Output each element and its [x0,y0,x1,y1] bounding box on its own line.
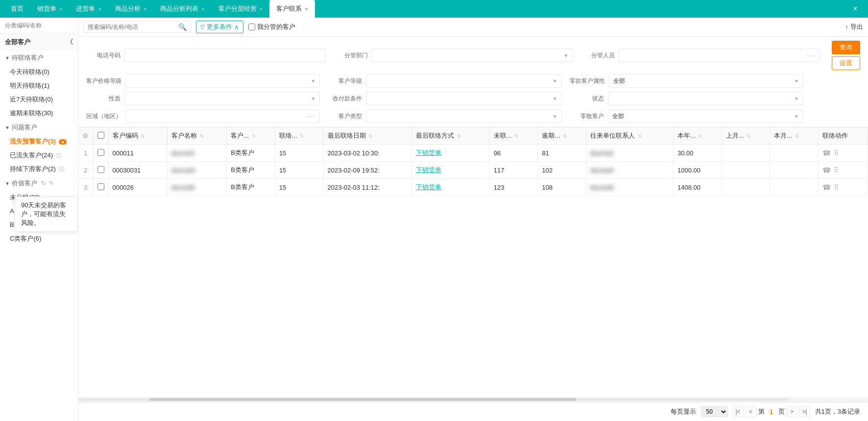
last-page-button[interactable]: >| [799,406,810,417]
row-checkbox[interactable] [97,183,104,190]
tab-home[interactable]: 首页 [4,0,30,18]
select-all-checkbox[interactable] [97,132,104,139]
person-label: 分管人员 [580,51,615,60]
overdue-col-header[interactable]: 逾期... ⇅ [538,127,586,145]
settings-button[interactable]: 设置 [832,56,860,70]
price-level-select[interactable]: ▼ [125,74,320,88]
last-method-link[interactable]: 下销货单 [416,149,441,156]
status-select[interactable]: ▼ [608,92,803,105]
type-sort-icon: ⇅ [252,133,256,139]
refresh-icon[interactable]: ↻ [41,180,46,187]
customer-level-field: 客户等级 ▼ [328,74,561,88]
contact-action-icon[interactable]: ☎ [822,166,831,174]
settings-col-header[interactable]: ⚙ [78,127,93,145]
last-date-col-header[interactable]: 最后联络日期 ⇅ [323,127,411,145]
value-customers-section[interactable]: ▼ 价值客户 ↻ ✎ [0,176,78,191]
row-checkbox[interactable] [97,149,104,156]
row-last-date: 2023-02-09 19:52: [323,162,411,179]
name-col-header[interactable]: 客户名称 ⇅ [168,127,227,145]
row-this-month [770,179,819,196]
row-last-month [722,145,770,162]
more-action-icon[interactable]: ⠿ [834,183,839,191]
gender-select[interactable]: ▼ [124,92,320,105]
row-last-month [722,179,770,196]
class-c-item[interactable]: C类客户(6) [0,232,78,246]
tab-product-list[interactable]: 商品分析列表 × [153,0,211,18]
export-button[interactable]: ↑ 导出 [845,23,864,31]
lost-predicted-item[interactable]: 流失预警客户(3) ● [0,135,78,149]
column-settings-icon[interactable]: ⚙ [82,132,89,140]
row-contact-count: 15 [275,162,323,179]
search-submit-icon[interactable]: 🔍 [178,23,187,31]
close-sales-tab-icon[interactable]: × [59,6,62,12]
prev-page-button[interactable]: < [746,406,756,417]
already-lost-item[interactable]: 已流失客户(24) ⓘ [0,149,78,162]
this-year-col-header[interactable]: 本年... ⇅ [674,127,722,145]
declining-item[interactable]: 持续下滑客户(2) ⓘ [0,162,78,176]
contact-action-icon[interactable]: ☎ [822,149,831,157]
page-navigation: |< < 第 1 页 > >| [733,406,810,417]
overdue-contact-item[interactable]: 逾期未联络(30) [0,106,78,120]
sidebar-search-input[interactable] [5,22,78,29]
my-customers-checkbox[interactable] [248,24,255,30]
customer-type-select[interactable]: ▼ [366,109,561,123]
tab-product-analysis[interactable]: 商品分析 × [108,0,153,18]
at-risk-arrow: ▼ [5,125,10,130]
type-col-header[interactable]: 客户... ⇅ [227,127,275,145]
row-last-method: 下销货单 [411,145,489,162]
at-risk-section[interactable]: ▼ 问题客户 [0,120,78,135]
page-size-select[interactable]: 50 100 200 [701,406,728,417]
last-method-link[interactable]: 下销货单 [416,183,441,191]
more-action-icon[interactable]: ⠿ [834,166,839,174]
close-product-list-tab-icon[interactable]: × [201,6,204,12]
edit-icon[interactable]: ✎ [49,180,54,187]
contact-count-col-header[interactable]: 联络... ⇅ [275,127,323,145]
last-method-link[interactable]: 下销货单 [416,166,441,173]
close-product-analysis-tab-icon[interactable]: × [144,6,146,12]
tab-sales[interactable]: 销货单 × [30,0,69,18]
unit-contact-col-header[interactable]: 往来单位联系人 ⇅ [586,127,674,145]
filter-button[interactable]: ▽ 更多条件 ∧ [196,21,243,33]
last-month-col-header[interactable]: 上月... ⇅ [722,127,770,145]
horizontal-scrollbar[interactable] [78,397,868,402]
tab-customer-contact[interactable]: 客户联系 × [269,0,314,18]
cash-customer-select[interactable]: 全部 ▼ [608,109,803,123]
all-customers-header[interactable]: 全部客户 《 [0,34,78,50]
tab-purchase[interactable]: 进货单 × [69,0,108,18]
payment-select[interactable]: ▼ [366,92,561,105]
phone-input[interactable] [124,49,326,62]
close-purchase-tab-icon[interactable]: × [98,6,101,12]
collapse-icon[interactable]: 《 [67,38,73,47]
contact-action-icon[interactable]: ☎ [822,183,831,191]
more-action-icon[interactable]: ⠿ [834,149,839,157]
code-col-header[interactable]: 客户编码 ⇅ [108,127,168,145]
week-contact-item[interactable]: 近7天待联络(0) [0,93,78,106]
close-customer-tier-tab-icon[interactable]: × [260,6,263,12]
next-page-button[interactable]: > [787,406,797,417]
today-contact-item[interactable]: 今天待联络(0) [0,65,78,79]
tomorrow-contact-item[interactable]: 明天待联络(1) [0,79,78,93]
export-icon: ↑ [845,24,849,31]
query-button[interactable]: 查询 [832,41,860,54]
row-name: blurred5 [168,179,227,196]
customer-level-select[interactable]: ▼ [366,74,561,88]
not-contacted-col-header[interactable]: 未联... ⇅ [489,127,538,145]
this-month-col-header[interactable]: 本月... ⇅ [770,127,819,145]
region-select[interactable]: ··· [125,109,320,123]
dept-select[interactable]: ▼ [372,49,573,62]
pending-contact-section[interactable]: ▼ 待联络客户 [0,50,78,65]
cash-attr-select[interactable]: 全部 ▼ [609,74,803,88]
scrollbar-track[interactable] [78,398,790,401]
row-this-year: 1000.00 [674,162,722,179]
scrollbar-thumb[interactable] [149,398,576,401]
tab-customer-tier[interactable]: 客户分层经营 × [212,0,269,18]
row-not-contacted: 96 [489,145,538,162]
person-select[interactable]: ··· [619,49,820,62]
search-input[interactable] [88,24,175,30]
window-close-button[interactable]: × [846,0,864,18]
this-year-sort-icon: ⇅ [698,133,702,139]
last-method-col-header[interactable]: 最后联络方式 ⇅ [411,127,489,145]
first-page-button[interactable]: |< [733,406,744,417]
close-customer-contact-tab-icon[interactable]: × [305,6,308,12]
row-checkbox[interactable] [97,166,104,173]
